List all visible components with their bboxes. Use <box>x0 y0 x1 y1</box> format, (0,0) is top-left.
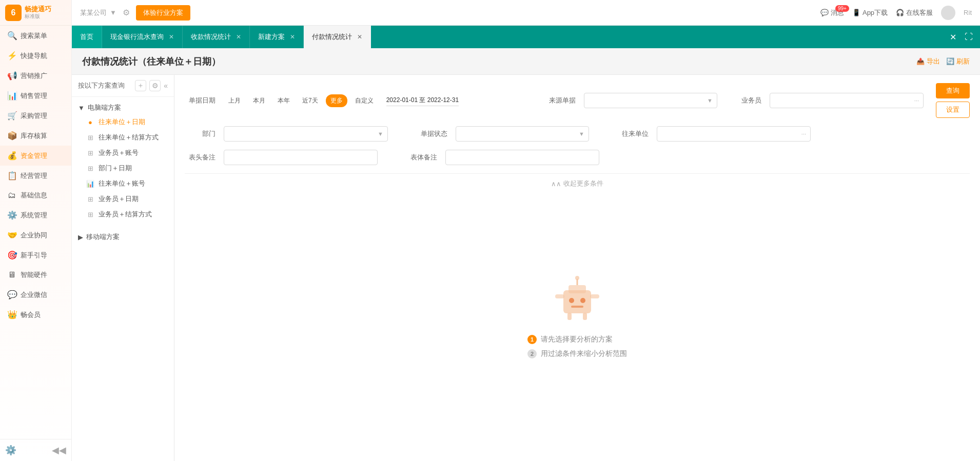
sidebar-item-sys-manage[interactable]: ⚙️ 系统管理 <box>0 205 71 225</box>
scheme-item-counterparty-account[interactable]: 📊 往来单位＋账号 <box>72 176 174 191</box>
scheme-item-counterparty-date[interactable]: ● 往来单位＋日期 <box>72 114 174 130</box>
tab-new-scheme[interactable]: 新建方案 ✕ <box>250 26 304 48</box>
sidebar-item-enterprise-wechat[interactable]: 💬 企业微信 <box>0 285 71 305</box>
scheme-section-mobile-header[interactable]: ▶ 移动端方案 <box>72 230 174 244</box>
collapse-label: 收起更多条件 <box>563 179 603 188</box>
collapse-bar[interactable]: ∧∧ 收起更多条件 <box>185 173 970 193</box>
sidebar-item-purchase[interactable]: 🛒 采购管理 <box>0 106 71 126</box>
tip-1-text: 请先选择要分析的方案 <box>541 335 613 344</box>
enterprise-wechat-icon: 💬 <box>7 290 16 299</box>
page-actions: 📤 导出 🔄 刷新 <box>916 57 970 66</box>
message-button[interactable]: 💬 消息 99+ <box>820 8 844 17</box>
collapse-sidebar-icon[interactable]: ◀◀ <box>52 445 66 456</box>
sidebar-item-smart-hw[interactable]: 🖥 智能硬件 <box>0 265 71 285</box>
tab-bank-flow[interactable]: 现金银行流水查询 ✕ <box>102 26 183 48</box>
sidebar-item-inventory[interactable]: 📦 库存核算 <box>0 126 71 146</box>
scheme-item-staff-account[interactable]: ⊞ 业务员＋账号 <box>72 145 174 161</box>
app-download-button[interactable]: 📱 App下载 <box>852 8 888 17</box>
sidebar-item-enterprise[interactable]: 🤝 企业协同 <box>0 225 71 245</box>
sidebar-item-basic-info[interactable]: 🗂 基础信息 <box>0 186 71 205</box>
scheme-section-pc-label: 电脑端方案 <box>88 103 121 112</box>
settings-bottom-icon[interactable]: ⚙️ <box>5 445 16 456</box>
scheme-section-pc-header[interactable]: ▼ 电脑端方案 <box>72 101 174 114</box>
sidebar-item-guide[interactable]: 🎯 新手引导 <box>0 245 71 265</box>
date-btn-this-year[interactable]: 本年 <box>273 94 295 107</box>
body-remark-label: 表体备注 <box>406 153 437 162</box>
counterparty-select[interactable]: ··· <box>657 126 811 142</box>
enterprise-icon: 🤝 <box>7 230 16 240</box>
sidebar-item-vip[interactable]: 👑 畅会员 <box>0 305 71 325</box>
logo-text-area: 畅捷通巧 标准版 <box>25 5 51 21</box>
tab-home-label: 首页 <box>80 32 93 42</box>
header-gear-icon[interactable]: ⚙ <box>123 8 130 17</box>
dept-select[interactable]: ▼ <box>224 126 388 142</box>
export-button[interactable]: 📤 导出 <box>916 57 940 66</box>
body-remark-input[interactable] <box>445 150 599 165</box>
svg-point-2 <box>569 298 574 303</box>
sidebar-item-search-menu[interactable]: 🔍 搜索菜单 <box>0 26 71 46</box>
scheme-item-label: 往来单位＋结算方式 <box>99 133 159 142</box>
quick-nav-icon: ⚡ <box>7 51 16 61</box>
tab-close-all-icon[interactable]: ✕ <box>948 30 958 44</box>
sidebar-item-operation[interactable]: 📋 经营管理 <box>0 166 71 186</box>
voucher-status-select[interactable]: ▼ <box>456 126 589 142</box>
query-button[interactable]: 查询 <box>936 83 970 98</box>
scheme-settings-button[interactable]: ⚙ <box>149 80 161 91</box>
scheme-panel-header: 按以下方案查询 ＋ ⚙ « <box>72 75 174 97</box>
date-btn-custom[interactable]: 自定义 <box>350 94 378 107</box>
counterparty-dots-icon: ··· <box>801 131 806 137</box>
tip-num-1: 1 <box>527 335 537 344</box>
operation-icon: 📋 <box>7 171 16 181</box>
svg-rect-8 <box>590 294 599 298</box>
scheme-section-pc: ▼ 电脑端方案 ● 往来单位＋日期 ⊞ 往来单位＋结算方式 ⊞ 业务员＋账号 ⊞ <box>72 97 174 226</box>
sidebar-item-capital[interactable]: 💰 资金管理 <box>0 146 71 166</box>
scheme-item-staff-settle[interactable]: ⊞ 业务员＋结算方式 <box>72 207 174 222</box>
empty-tip-2: 2 用过滤条件来缩小分析范围 <box>527 349 627 358</box>
dept-dropdown-icon: ▼ <box>378 131 383 137</box>
filter-row-3: 表头备注 表体备注 <box>185 150 970 165</box>
date-quick-btns: 上月 本月 本年 近7天 更多 自定义 <box>224 94 378 107</box>
date-btn-more[interactable]: 更多 <box>326 94 347 107</box>
tab-receive-stat[interactable]: 收款情况统计 ✕ <box>183 26 250 48</box>
scheme-item-dept-date[interactable]: ⊞ 部门＋日期 <box>72 161 174 176</box>
date-btn-last-month[interactable]: 上月 <box>224 94 245 107</box>
tab-bank-flow-close-icon[interactable]: ✕ <box>169 33 174 41</box>
sidebar-item-sales[interactable]: 📊 销售管理 <box>0 86 71 106</box>
user-avatar[interactable] <box>941 6 955 20</box>
trial-button[interactable]: 体验行业方案 <box>136 5 190 21</box>
date-btn-last-7-days[interactable]: 近7天 <box>298 94 323 107</box>
date-range-value[interactable]: 2022-01-01 至 2022-12-31 <box>386 95 459 106</box>
page-header: 付款情况统计（往来单位＋日期） 📤 导出 🔄 刷新 <box>72 48 980 75</box>
tab-new-scheme-close-icon[interactable]: ✕ <box>290 33 295 41</box>
sidebar-item-quick-nav[interactable]: ⚡ 快捷导航 <box>0 46 71 66</box>
tab-receive-stat-close-icon[interactable]: ✕ <box>236 33 241 41</box>
scheme-item-label: 部门＋日期 <box>99 164 132 173</box>
scheme-section-mobile-arrow-icon: ▶ <box>78 233 83 241</box>
scheme-item-staff-date[interactable]: ⊞ 业务员＋日期 <box>72 191 174 207</box>
tab-pay-stat[interactable]: 付款情况统计 ✕ <box>304 26 371 48</box>
scheme-collapse-icon[interactable]: « <box>164 82 168 90</box>
voucher-status-dropdown-icon: ▼ <box>579 131 584 137</box>
tab-pay-stat-close-icon[interactable]: ✕ <box>357 33 362 41</box>
company-selector[interactable]: 某某公司 ▼ <box>80 8 116 17</box>
sidebar-item-label: 智能硬件 <box>21 270 47 279</box>
header-remark-input[interactable] <box>224 150 378 165</box>
tab-home[interactable]: 首页 <box>72 26 102 48</box>
voucher-status-label: 单据状态 <box>417 129 447 138</box>
setting-button[interactable]: 设置 <box>936 102 970 118</box>
scheme-item-circle-icon: ● <box>86 118 94 126</box>
online-service-button[interactable]: 🎧 在线客服 <box>896 8 933 17</box>
staff-select[interactable]: ··· <box>770 93 924 108</box>
scheme-item-counterparty-settle[interactable]: ⊞ 往来单位＋结算方式 <box>72 130 174 145</box>
sidebar-bottom: ⚙️ ◀◀ <box>0 439 71 461</box>
empty-illustration <box>546 273 608 325</box>
sidebar-item-marketing[interactable]: 📢 营销推广 <box>0 66 71 86</box>
empty-tip-1: 1 请先选择要分析的方案 <box>527 335 627 344</box>
date-btn-this-month[interactable]: 本月 <box>248 94 270 107</box>
export-icon: 📤 <box>916 57 925 65</box>
marketing-icon: 📢 <box>7 71 16 81</box>
refresh-button[interactable]: 🔄 刷新 <box>946 57 970 66</box>
tab-expand-icon[interactable]: ⛶ <box>963 30 975 44</box>
source-select[interactable]: ▼ <box>584 93 717 108</box>
scheme-add-button[interactable]: ＋ <box>135 80 146 91</box>
